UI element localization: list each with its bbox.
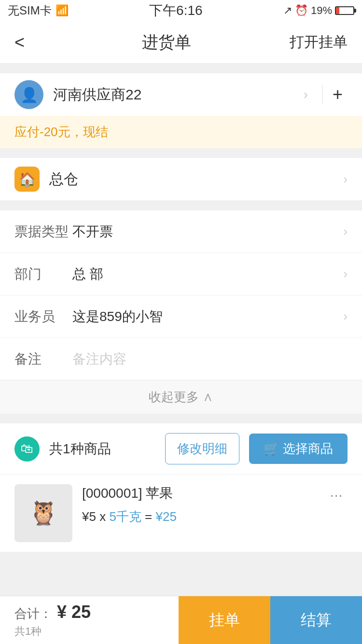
product-name: [0000001] 苹果 — [82, 484, 315, 503]
footer-total-amount: ¥ 25 — [57, 602, 91, 622]
invoice-type-row[interactable]: 票据类型 不开票 › — [0, 210, 362, 252]
notice-text: 应付-20元，现结 — [14, 125, 108, 139]
add-supplier-button[interactable]: + — [328, 80, 348, 110]
product-info: [0000001] 苹果 ¥5 x 5千克 = ¥25 — [82, 484, 315, 525]
department-chevron-icon: › — [343, 266, 348, 281]
supplier-avatar: 👤 — [14, 80, 43, 109]
product-thumbnail: 🦉 — [14, 484, 72, 542]
page-title: 进货单 — [142, 31, 191, 54]
status-right: ↗ ⏰ 19% — [283, 4, 354, 17]
product-item: 🦉 [0000001] 苹果 ¥5 x 5千克 = ¥25 ··· — [0, 475, 362, 552]
open-pending-button[interactable]: 打开挂单 — [290, 32, 348, 52]
invoice-type-value: 不开票 — [72, 223, 343, 241]
edit-detail-button[interactable]: 修改明细 — [165, 433, 239, 464]
footer-total-label: 合计： — [14, 605, 52, 622]
nav-bar: < 进货单 打开挂单 — [0, 21, 362, 64]
remark-placeholder: 备注内容 — [72, 350, 348, 368]
product-unit-price: ¥5 — [82, 509, 96, 524]
product-default-icon: 🦉 — [29, 500, 58, 527]
status-left: 无SIM卡 📶 — [8, 3, 69, 18]
warehouse-icon-bg: 🏠 — [14, 167, 40, 192]
footer: 合计： ¥ 25 共1种 挂单 结算 — [0, 596, 362, 644]
carrier-text: 无SIM卡 — [8, 3, 52, 18]
invoice-type-label: 票据类型 — [14, 223, 72, 241]
status-bar: 无SIM卡 📶 下午6:16 ↗ ⏰ 19% — [0, 0, 362, 21]
shopping-icon: 🛍 — [21, 441, 33, 456]
product-title: 苹果 — [146, 486, 173, 501]
divider-2 — [0, 148, 362, 158]
salesperson-chevron-icon: › — [343, 309, 348, 324]
remark-label: 备注 — [14, 350, 72, 368]
status-time: 下午6:16 — [149, 1, 203, 20]
battery-percent: 19% — [311, 4, 332, 17]
select-product-icon: 🛒 — [264, 441, 279, 456]
supplier-row[interactable]: 👤 河南供应商22 › + — [0, 73, 362, 116]
salesperson-row[interactable]: 业务员 这是859的小智 › — [0, 295, 362, 337]
vertical-divider — [322, 85, 323, 104]
salesperson-value: 这是859的小智 — [72, 308, 343, 326]
warehouse-name: 总仓 — [49, 169, 343, 189]
product-total: ¥25 — [156, 509, 177, 524]
footer-total: 合计： ¥ 25 共1种 — [0, 596, 179, 644]
collapse-text: 收起更多 ∧ — [149, 389, 213, 406]
battery-icon — [335, 6, 354, 15]
avatar-icon: 👤 — [20, 86, 38, 103]
location-icon: ↗ — [283, 4, 292, 17]
footer-total-row: 合计： ¥ 25 — [14, 602, 164, 622]
divider-3 — [0, 200, 362, 210]
notice-bar: 应付-20元，现结 — [0, 116, 362, 148]
warehouse-icon: 🏠 — [19, 171, 36, 187]
product-multiply: x — [99, 509, 109, 524]
product-equals: = — [145, 509, 155, 524]
form-section: 票据类型 不开票 › 部门 总 部 › 业务员 这是859的小智 › 备注 备注… — [0, 210, 362, 380]
remark-row[interactable]: 备注 备注内容 — [0, 337, 362, 380]
department-label: 部门 — [14, 265, 72, 283]
checkout-button[interactable]: 结算 — [270, 596, 362, 644]
supplier-section: 👤 河南供应商22 › + 应付-20元，现结 — [0, 73, 362, 148]
wifi-icon: 📶 — [56, 4, 69, 17]
product-code: [0000001] — [82, 486, 142, 501]
divider-top — [0, 64, 362, 73]
warehouse-row[interactable]: 🏠 总仓 › — [0, 158, 362, 200]
warehouse-chevron-icon: › — [343, 172, 348, 187]
back-button[interactable]: < — [14, 32, 43, 53]
product-header: 🛍 共1种商品 修改明细 🛒 选择商品 — [0, 423, 362, 474]
select-product-button[interactable]: 🛒 选择商品 — [249, 434, 348, 464]
product-more-button[interactable]: ··· — [325, 484, 348, 506]
invoice-chevron-icon: › — [343, 224, 348, 239]
department-row[interactable]: 部门 总 部 › — [0, 252, 362, 295]
salesperson-label: 业务员 — [14, 308, 72, 326]
collapse-bar[interactable]: 收起更多 ∧ — [0, 380, 362, 414]
product-count-text: 共1种商品 — [49, 440, 155, 458]
supplier-name: 河南供应商22 — [53, 85, 304, 105]
product-quantity: 5千克 — [109, 509, 141, 524]
chevron-right-icon: › — [304, 87, 308, 102]
footer-total-sub: 共1种 — [14, 624, 164, 639]
select-product-label: 选择商品 — [283, 440, 333, 457]
alarm-icon: ⏰ — [295, 4, 308, 17]
hang-order-button[interactable]: 挂单 — [179, 596, 270, 644]
department-value: 总 部 — [72, 265, 343, 283]
product-count-icon: 🛍 — [14, 436, 40, 462]
product-price-row: ¥5 x 5千克 = ¥25 — [82, 508, 315, 525]
